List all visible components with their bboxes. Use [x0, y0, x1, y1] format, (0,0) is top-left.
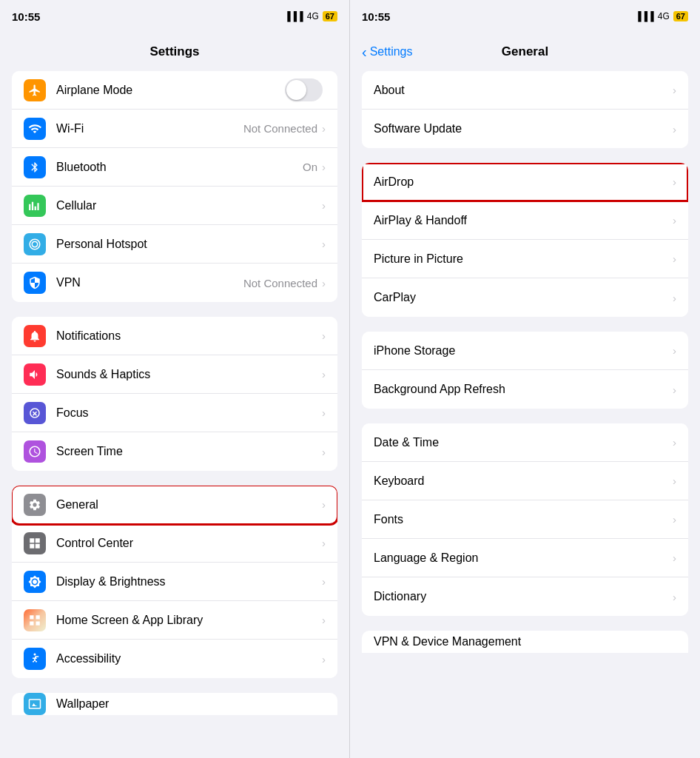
- right-group-top: About › Software Update ›: [362, 71, 688, 148]
- right-row-keyboard[interactable]: Keyboard ›: [362, 462, 688, 500]
- background-refresh-label: Background App Refresh: [374, 383, 673, 396]
- left-time: 10:55: [12, 10, 40, 23]
- general-icon: [24, 494, 46, 516]
- right-back-label: Settings: [370, 45, 413, 58]
- vpn-label: VPN: [56, 276, 243, 289]
- hotspot-icon: [24, 233, 46, 255]
- airplane-toggle[interactable]: [285, 78, 323, 101]
- right-panel: 10:55 ▐▐▐ 4G 67 ‹ Settings General About…: [350, 0, 700, 758]
- right-battery: 67: [673, 11, 688, 21]
- toggle-knob: [286, 80, 306, 100]
- airdrop-chevron: ›: [673, 175, 676, 188]
- right-row-iphone-storage[interactable]: iPhone Storage ›: [362, 332, 688, 370]
- left-group-notifications: Notifications › Sounds & Haptics ›: [12, 317, 337, 471]
- left-row-general[interactable]: General ›: [12, 486, 337, 524]
- controlcenter-icon: [24, 532, 46, 554]
- carplay-chevron: ›: [673, 292, 676, 304]
- background-refresh-chevron: ›: [673, 383, 676, 396]
- bluetooth-icon: [24, 156, 46, 178]
- right-row-airdrop[interactable]: AirDrop ›: [362, 163, 688, 201]
- right-row-carplay[interactable]: CarPlay ›: [362, 278, 688, 317]
- left-status-icons: ▐▐▐ 4G 67: [284, 11, 337, 21]
- left-row-controlcenter[interactable]: Control Center ›: [12, 524, 337, 563]
- left-row-hotspot[interactable]: Personal Hotspot ›: [12, 225, 337, 264]
- left-row-airplane-mode[interactable]: Airplane Mode: [12, 71, 337, 110]
- iphone-storage-chevron: ›: [673, 344, 676, 357]
- right-group-connectivity: AirDrop › AirPlay & Handoff › Picture in…: [362, 163, 688, 317]
- left-row-homescreen[interactable]: Home Screen & App Library ›: [12, 601, 337, 640]
- language-chevron: ›: [673, 551, 676, 564]
- svg-point-0: [34, 654, 36, 656]
- software-update-chevron: ›: [673, 123, 676, 135]
- iphone-storage-label: iPhone Storage: [374, 344, 673, 358]
- left-row-bluetooth[interactable]: Bluetooth On ›: [12, 148, 337, 187]
- bluetooth-value: On: [303, 161, 317, 173]
- date-time-chevron: ›: [673, 436, 676, 449]
- airplane-icon: [24, 79, 46, 101]
- screentime-chevron: ›: [322, 446, 326, 458]
- left-row-wifi[interactable]: Wi-Fi Not Connected ›: [12, 110, 337, 148]
- right-back-button[interactable]: ‹ Settings: [362, 45, 412, 59]
- left-settings-scroll[interactable]: Airplane Mode Wi-Fi Not Connected ›: [0, 71, 349, 758]
- controlcenter-chevron: ›: [322, 537, 326, 549]
- right-row-fonts[interactable]: Fonts ›: [362, 500, 688, 539]
- vpn-management-label: VPN & Device Management: [374, 635, 676, 648]
- right-row-software-update[interactable]: Software Update ›: [362, 110, 688, 148]
- left-row-accessibility[interactable]: Accessibility ›: [12, 640, 337, 678]
- left-nav-header: Settings: [0, 33, 349, 71]
- right-row-language[interactable]: Language & Region ›: [362, 539, 688, 577]
- fonts-label: Fonts: [374, 513, 673, 526]
- left-network: 4G: [307, 11, 319, 21]
- right-row-picture[interactable]: Picture in Picture ›: [362, 240, 688, 278]
- right-row-background-refresh[interactable]: Background App Refresh ›: [362, 370, 688, 409]
- right-row-dictionary[interactable]: Dictionary ›: [362, 577, 688, 616]
- focus-icon: [24, 402, 46, 424]
- vpn-icon: [24, 272, 46, 294]
- right-cutoff-row[interactable]: VPN & Device Management: [362, 631, 688, 653]
- left-row-cellular[interactable]: Cellular ›: [12, 187, 337, 225]
- left-row-notifications[interactable]: Notifications ›: [12, 317, 337, 355]
- left-row-sounds[interactable]: Sounds & Haptics ›: [12, 355, 337, 394]
- bluetooth-label: Bluetooth: [56, 161, 303, 174]
- right-network: 4G: [658, 11, 670, 21]
- right-row-date-time[interactable]: Date & Time ›: [362, 423, 688, 462]
- picture-chevron: ›: [673, 252, 676, 265]
- right-status-bar: 10:55 ▐▐▐ 4G 67: [350, 0, 700, 33]
- keyboard-chevron: ›: [673, 474, 676, 487]
- sounds-chevron: ›: [322, 368, 326, 380]
- left-row-vpn[interactable]: VPN Not Connected ›: [12, 264, 337, 302]
- left-row-display[interactable]: Display & Brightness ›: [12, 563, 337, 601]
- hotspot-label: Personal Hotspot: [56, 238, 322, 251]
- cellular-label: Cellular: [56, 199, 322, 212]
- wifi-label: Wi-Fi: [56, 122, 243, 135]
- display-icon: [24, 571, 46, 593]
- screentime-label: Screen Time: [56, 445, 322, 458]
- display-label: Display & Brightness: [56, 575, 322, 588]
- right-settings-scroll[interactable]: About › Software Update › AirDrop › AirP…: [350, 71, 700, 758]
- left-signal-icon: ▐▐▐: [284, 11, 303, 21]
- right-group-storage: iPhone Storage › Background App Refresh …: [362, 332, 688, 409]
- picture-label: Picture in Picture: [374, 252, 673, 266]
- accessibility-chevron: ›: [322, 653, 326, 665]
- left-row-screentime[interactable]: Screen Time ›: [12, 432, 337, 471]
- left-panel: 10:55 ▐▐▐ 4G 67 Settings Airplane Mode: [0, 0, 350, 758]
- general-chevron: ›: [322, 498, 326, 511]
- wifi-chevron: ›: [322, 122, 326, 135]
- homescreen-icon: [24, 609, 46, 631]
- about-chevron: ›: [673, 84, 676, 96]
- right-status-icons: ▐▐▐ 4G 67: [635, 11, 688, 21]
- controlcenter-label: Control Center: [56, 537, 322, 550]
- accessibility-icon: [24, 648, 46, 670]
- right-nav-header: ‹ Settings General: [350, 33, 700, 71]
- right-row-about[interactable]: About ›: [362, 71, 688, 110]
- right-signal-icon: ▐▐▐: [635, 11, 654, 21]
- left-cutoff-row[interactable]: Wallpaper: [12, 693, 337, 715]
- airplay-chevron: ›: [673, 214, 676, 227]
- vpn-chevron: ›: [322, 277, 326, 289]
- left-group-network: Airplane Mode Wi-Fi Not Connected ›: [12, 71, 337, 302]
- left-row-focus[interactable]: Focus ›: [12, 394, 337, 432]
- airplane-mode-label: Airplane Mode: [56, 84, 285, 97]
- display-chevron: ›: [322, 575, 326, 588]
- right-row-airplay[interactable]: AirPlay & Handoff ›: [362, 201, 688, 240]
- notifications-label: Notifications: [56, 329, 322, 343]
